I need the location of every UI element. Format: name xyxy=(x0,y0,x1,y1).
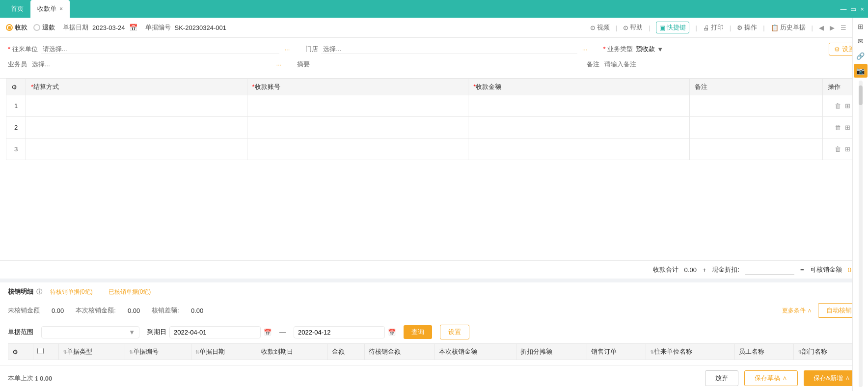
maximize-btn[interactable]: ▭ xyxy=(850,5,856,13)
row-settlement-1[interactable] xyxy=(26,95,247,117)
save-new-btn[interactable]: 保存&新增 ∧ xyxy=(804,370,860,386)
discard-btn[interactable]: 放弃 xyxy=(705,370,738,386)
note-field: 备注 xyxy=(587,59,860,69)
salesman-more-btn[interactable]: ··· xyxy=(276,61,281,68)
col-discount: 折扣分摊额 xyxy=(516,344,587,360)
radio-group: 收款 退款 xyxy=(6,23,55,32)
video-icon: ⊙ xyxy=(590,24,596,31)
unchecked-value: 0.00 xyxy=(52,307,64,314)
current-label: 本次核销金额: xyxy=(76,306,116,315)
col-doc-num: ⇅单据编号 xyxy=(125,344,191,360)
delete-icon-3[interactable]: 🗑 xyxy=(835,145,841,153)
store-more-btn[interactable]: ··· xyxy=(582,46,588,53)
range-select[interactable]: ▼ xyxy=(41,326,139,338)
print-label: 打印 xyxy=(711,23,724,32)
tab-home[interactable]: 首页 xyxy=(4,0,30,18)
date-from-input[interactable] xyxy=(169,326,261,338)
col-dept: ⇅部门名称 xyxy=(794,344,860,360)
col-doc-type: ⇅单据类型 xyxy=(59,344,125,360)
row-note-3[interactable] xyxy=(689,139,822,160)
date-separator: — xyxy=(279,329,286,336)
operation-btn[interactable]: ⚙ 操作 xyxy=(737,23,757,32)
copy-icon-3[interactable]: ⊞ xyxy=(845,145,850,153)
close-btn[interactable]: × xyxy=(860,5,864,13)
radio-collect[interactable]: 收款 xyxy=(6,23,27,32)
row-num-1: 1 xyxy=(6,95,26,117)
col-account-header: *收款账号 xyxy=(247,79,468,95)
row-amount-2[interactable] xyxy=(468,117,690,139)
radio-refund-label: 退款 xyxy=(42,23,55,32)
note-input[interactable] xyxy=(602,59,860,69)
more-conditions-btn[interactable]: 更多条件 ∧ xyxy=(782,307,812,315)
num-value: SK-20230324-001 xyxy=(175,24,227,31)
select-all-checkbox[interactable] xyxy=(37,348,44,354)
row-settlement-2[interactable] xyxy=(26,117,247,139)
row-account-2[interactable] xyxy=(247,117,468,139)
scrollbar-thumb[interactable] xyxy=(859,85,863,105)
history-btn[interactable]: 📋 历史单据 xyxy=(771,23,806,32)
range-label: 单据范围 xyxy=(8,328,33,336)
copy-icon-2[interactable]: ⊞ xyxy=(845,124,850,131)
summary-input[interactable] xyxy=(313,59,570,69)
setting-btn[interactable]: 设置 xyxy=(440,325,469,339)
delete-icon-2[interactable]: 🗑 xyxy=(835,124,841,131)
row-amount-1[interactable] xyxy=(468,95,690,117)
query-btn[interactable]: 查询 xyxy=(404,325,432,339)
save-draft-label: 保存草稿 ∧ xyxy=(755,374,787,383)
sidebar-attachment-icon[interactable]: 🔗 xyxy=(854,49,868,63)
col-sales-order: 销售订单 xyxy=(587,344,646,360)
save-draft-btn[interactable]: 保存草稿 ∧ xyxy=(744,370,798,386)
row-account-3[interactable] xyxy=(247,139,468,160)
row-settlement-3[interactable] xyxy=(26,139,247,160)
calendar-icon[interactable]: 📅 xyxy=(129,24,137,31)
toolbar: 收款 退款 单据日期 2023-03-24 📅 单据编号 SK-20230324… xyxy=(0,18,868,38)
list-view-icon[interactable]: ☰ xyxy=(841,24,846,31)
help-btn[interactable]: ⊙ 帮助 xyxy=(623,23,643,32)
col-pending: 待核销金额 xyxy=(364,344,434,360)
video-btn[interactable]: ⊙ 视频 xyxy=(590,23,610,32)
store-field: 门店 ··· xyxy=(305,44,587,54)
summary-label: 摘要 xyxy=(297,60,310,69)
counterpart-more-btn[interactable]: ··· xyxy=(284,46,290,53)
prev-arrow[interactable]: ◀ xyxy=(819,24,824,31)
copy-icon-1[interactable]: ⊞ xyxy=(845,102,850,110)
date-to-field: 📅 xyxy=(294,326,396,338)
calendar-from-icon[interactable]: 📅 xyxy=(264,329,271,336)
calendar-to-icon[interactable]: 📅 xyxy=(388,329,396,336)
sidebar-table-icon[interactable]: ⊞ xyxy=(854,20,868,33)
footer-right: 放弃 保存草稿 ∧ 保存&新增 ∧ xyxy=(705,370,860,386)
verification-info-icon[interactable]: ⓘ xyxy=(36,288,42,296)
col-setting-header[interactable]: ⚙ xyxy=(6,79,26,95)
current-value: 0.00 xyxy=(128,307,140,314)
verification-section: 核销明细 ⓘ 待核销单据(0笔) 已核销单据(0笔) 未核销金额 0.00 本次… xyxy=(0,282,868,365)
next-arrow[interactable]: ▶ xyxy=(830,24,835,31)
print-btn[interactable]: 🖨 打印 xyxy=(703,23,724,32)
row-account-1[interactable] xyxy=(247,95,468,117)
biz-type-select[interactable]: 预收款 ▼ xyxy=(636,45,663,54)
col-checkbox-2[interactable] xyxy=(33,344,58,360)
counterpart-label: 往来单位 xyxy=(8,45,38,54)
radio-refund[interactable]: 退款 xyxy=(33,23,55,32)
store-input[interactable] xyxy=(321,44,577,54)
pending-tab[interactable]: 待核销单据(0笔) xyxy=(50,288,93,296)
setting-gear-icon[interactable]: ⚙ xyxy=(12,348,18,356)
col-employee: 员工名称 xyxy=(734,344,794,360)
tab-current[interactable]: 收款单 × xyxy=(30,0,70,18)
minimize-btn[interactable]: — xyxy=(840,5,846,13)
shortcut-btn[interactable]: ▣ 快捷键 xyxy=(656,22,689,33)
delete-icon-1[interactable]: 🗑 xyxy=(835,102,841,110)
tab-close-btn[interactable]: × xyxy=(59,5,63,12)
operation-label: 操作 xyxy=(744,23,757,32)
date-to-input[interactable] xyxy=(294,326,385,338)
row-note-2[interactable] xyxy=(689,117,822,139)
salesman-input[interactable] xyxy=(30,59,271,69)
window-controls: — ▭ × xyxy=(840,5,864,13)
done-tab[interactable]: 已核销单据(0笔) xyxy=(108,288,151,296)
counterpart-input[interactable] xyxy=(41,44,280,54)
sidebar-mail-icon[interactable]: ✉ xyxy=(854,34,868,48)
row-note-1[interactable] xyxy=(689,95,822,117)
footer-info-icon[interactable]: ℹ xyxy=(35,375,38,382)
sidebar-camera-icon[interactable]: 📷 xyxy=(854,64,868,78)
discount-input[interactable] xyxy=(745,265,794,275)
row-amount-3[interactable] xyxy=(468,139,690,160)
